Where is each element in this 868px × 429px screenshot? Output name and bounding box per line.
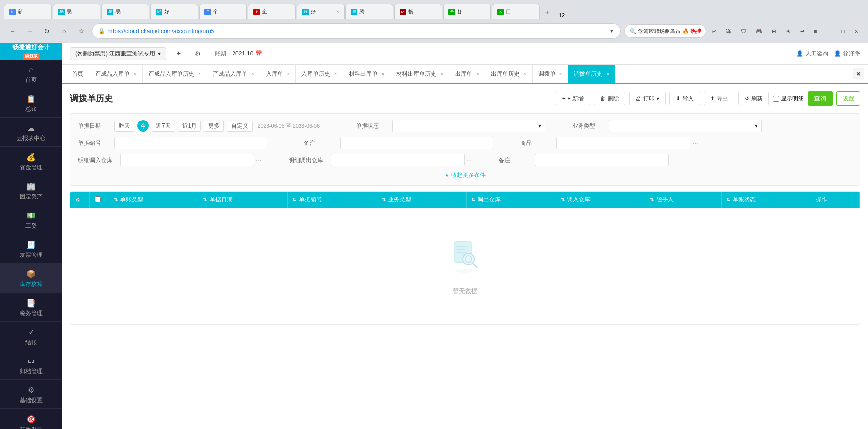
close-window-button[interactable]: ✕: [850, 27, 862, 35]
browser-tab-6[interactable]: 企 企: [248, 4, 296, 19]
browser-tab-9[interactable]: M 畅: [394, 4, 442, 19]
sidebar-item-ledger[interactable]: 📋 总账: [0, 88, 62, 118]
browser-search-bar[interactable]: 🔍 学霸应聘场驱鸟员 🔥 热搜: [624, 24, 706, 38]
nav-tab-in-history-close[interactable]: ×: [334, 71, 337, 77]
nav-tab-material-out-close[interactable]: ×: [381, 71, 384, 77]
sidebar-item-invoice[interactable]: 🧾 发票管理: [0, 234, 62, 264]
nav-tab-material-out-history-close[interactable]: ×: [440, 71, 443, 77]
back-button[interactable]: ←: [6, 24, 19, 38]
th-handler[interactable]: ⇅ 经手人: [645, 192, 722, 208]
nav-tab-product-in-history[interactable]: 产成品入库单历史 ×: [143, 65, 207, 83]
nav-tab-product-in-close[interactable]: ×: [134, 71, 136, 77]
bookmark-button[interactable]: ☆: [75, 24, 88, 38]
brightness-tool[interactable]: ☀: [782, 27, 794, 35]
sidebar-item-tax[interactable]: 📑 税务管理: [0, 293, 62, 322]
close-all-button[interactable]: ✕: [853, 68, 864, 79]
minimize-button[interactable]: —: [823, 27, 835, 35]
delete-button[interactable]: 🗑 删除: [594, 92, 625, 105]
browser-tab-5[interactable]: 个 个: [199, 4, 247, 19]
display-detail-toggle[interactable]: 显示明细: [773, 95, 804, 103]
nav-tab-product-in-2[interactable]: 产成品入库单 ×: [207, 65, 260, 83]
date-7days-btn[interactable]: 近7天: [152, 121, 175, 132]
company-selector[interactable]: (勿删勿禁用) 江西服宝测试专用 ▾: [70, 47, 166, 60]
th-in-warehouse[interactable]: ⇅ 调入仓库: [556, 192, 645, 208]
nav-tab-out-history-close[interactable]: ×: [523, 71, 526, 77]
detail-note-input[interactable]: [535, 154, 669, 166]
nav-tab-in-history[interactable]: 入库单历史 ×: [296, 65, 343, 83]
sidebar-item-inventory[interactable]: 📦 库存核算: [0, 264, 62, 293]
th-biz-type[interactable]: ⇅ 业务类型: [377, 192, 466, 208]
nav-tab-product-in[interactable]: 产成品入库单 ×: [89, 65, 143, 83]
nav-tab-in[interactable]: 入库单 ×: [260, 65, 296, 83]
th-out-warehouse[interactable]: ⇅ 调出仓库: [466, 192, 556, 208]
nav-tab-transfer[interactable]: 调拨单 ×: [533, 65, 568, 83]
date-1month-btn[interactable]: 近1月: [178, 121, 201, 132]
th-doc-type[interactable]: ⇅ 单账类型: [109, 192, 198, 208]
doc-number-input[interactable]: [114, 137, 267, 149]
browser-tab-2[interactable]: 易 易: [53, 4, 100, 19]
maximize-button[interactable]: □: [837, 27, 848, 35]
nav-tab-transfer-history-close[interactable]: ×: [606, 71, 609, 77]
nav-tab-material-out[interactable]: 材料出库单 ×: [343, 65, 390, 83]
undo-tool[interactable]: ↩: [796, 27, 808, 35]
company-settings-button[interactable]: ⚙: [191, 47, 204, 60]
browser-tab-7[interactable]: 好 好 ×: [297, 4, 345, 19]
game-tool[interactable]: 🎮: [752, 27, 766, 35]
browser-tab-1[interactable]: 新 新: [4, 4, 52, 19]
translate-tool[interactable]: 译: [722, 27, 735, 36]
status-select[interactable]: ▾: [392, 120, 545, 132]
sidebar-item-funds[interactable]: 💰 资金管理: [0, 147, 62, 176]
forward-button[interactable]: →: [23, 24, 36, 38]
th-doc-date[interactable]: ⇅ 单据日期: [198, 192, 288, 208]
display-detail-checkbox[interactable]: [773, 96, 779, 102]
browser-tab-8[interactable]: 腾 腾: [345, 4, 393, 19]
settings-button[interactable]: 设置: [836, 91, 860, 106]
home-button[interactable]: ⌂: [57, 24, 71, 38]
refresh-button[interactable]: ↺ 刷新: [738, 92, 769, 105]
sidebar-item-payroll[interactable]: 💵 工资: [0, 205, 62, 234]
user-info[interactable]: 👤 徐泽华: [834, 50, 860, 58]
sidebar-item-reports[interactable]: ☁ 云报表中心: [0, 118, 62, 147]
new-button[interactable]: + + 新增: [556, 92, 590, 105]
close-all-icon[interactable]: ✕: [853, 68, 864, 79]
detail-in-ellipsis-button[interactable]: ···: [256, 156, 262, 164]
nav-tab-in-close[interactable]: ×: [287, 71, 290, 77]
nav-tab-out[interactable]: 出库单 ×: [449, 65, 485, 83]
refresh-button[interactable]: ↻: [40, 24, 54, 38]
sidebar-item-archive[interactable]: 🗂 归档管理: [0, 351, 62, 380]
export-button[interactable]: ⬆ 导出: [704, 92, 734, 105]
note-input[interactable]: [340, 137, 493, 149]
new-tab-button[interactable]: +: [541, 6, 554, 19]
th-doc-number[interactable]: ⇅ 单据编号: [288, 192, 377, 208]
cut-tool[interactable]: ✂: [708, 27, 720, 35]
biz-type-select[interactable]: ▾: [609, 120, 762, 132]
browser-tab-3[interactable]: 易 易: [101, 4, 149, 19]
shield-tool[interactable]: 🛡: [737, 27, 750, 35]
browser-tab-11[interactable]: S 目: [492, 4, 540, 19]
sidebar-item-closing[interactable]: ✓ 结账: [0, 322, 62, 351]
nav-tab-product-in-history-close[interactable]: ×: [198, 71, 201, 77]
nav-tab-material-out-history[interactable]: 材料出库单历史 ×: [390, 65, 449, 83]
nav-tab-product-in-2-close[interactable]: ×: [251, 71, 254, 77]
customer-service-button[interactable]: 👤 人工咨询: [796, 50, 828, 58]
th-doc-status[interactable]: ⇅ 单账状态: [722, 192, 811, 208]
date-more-btn[interactable]: 更多: [204, 121, 224, 132]
import-button[interactable]: ⬇ 导入: [669, 92, 700, 105]
detail-out-input[interactable]: [331, 154, 465, 166]
collapse-button[interactable]: ∧ 收起更多条件: [78, 171, 852, 179]
add-company-button[interactable]: +: [172, 47, 185, 60]
query-button[interactable]: 查询: [808, 91, 833, 106]
browser-tab-10[interactable]: 各 各: [443, 4, 491, 19]
goods-input[interactable]: [556, 137, 690, 149]
nav-tab-out-history[interactable]: 出库单历史 ×: [485, 65, 533, 83]
nav-tab-out-close[interactable]: ×: [476, 71, 479, 77]
date-yesterday-btn[interactable]: 昨天: [114, 121, 134, 132]
nav-tab-home[interactable]: 首页: [66, 65, 89, 83]
nav-tab-transfer-history[interactable]: 调拨单历史 ×: [568, 65, 615, 83]
print-button[interactable]: 🖨 打印 ▾: [629, 92, 666, 105]
grid-tool[interactable]: ⊞: [768, 27, 780, 35]
address-bar[interactable]: 🔒 https://cloud.chanjet.com/accounting/u…: [92, 23, 621, 39]
date-today-btn[interactable]: 今: [137, 120, 149, 132]
goods-ellipsis-button[interactable]: ···: [692, 139, 698, 147]
th-settings[interactable]: ⚙: [70, 192, 89, 208]
